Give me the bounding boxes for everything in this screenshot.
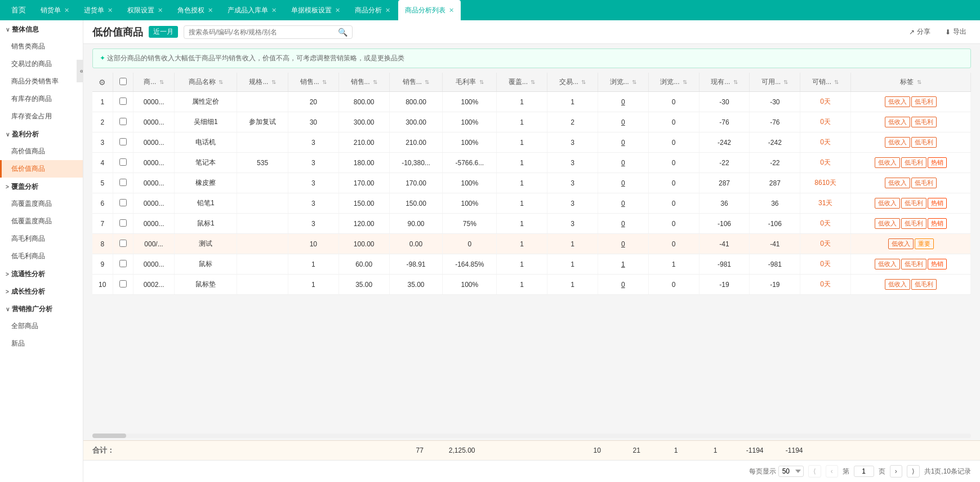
per-page-select[interactable]: 50 100 200: [778, 466, 804, 477]
sidebar-item-low-value[interactable]: 低价值商品: [0, 160, 83, 178]
column-browse1[interactable]: 浏览... ⇅: [598, 73, 648, 92]
select-all-checkbox[interactable]: [119, 78, 127, 85]
cell-sales1: 10: [288, 234, 338, 254]
nav-role-auth[interactable]: 角色授权 ✕: [171, 0, 220, 20]
column-salable[interactable]: 可销... ⇅: [800, 73, 851, 92]
column-current[interactable]: 现有... ⇅: [699, 73, 750, 92]
cell-name: 鼠标: [175, 254, 237, 275]
first-page-button[interactable]: ⟨: [808, 465, 821, 477]
sidebar-item-sales-products[interactable]: 销售类商品: [0, 38, 83, 55]
sidebar-item-new-products[interactable]: 新品: [0, 335, 83, 352]
nav-home[interactable]: 首页: [5, 0, 33, 20]
sidebar-item-stocked-products[interactable]: 有库存的商品: [0, 90, 83, 108]
gear-icon[interactable]: ⚙: [99, 78, 106, 87]
column-sales1[interactable]: 销售... ⇅: [288, 73, 338, 92]
row-checkbox[interactable]: [119, 179, 127, 186]
close-icon[interactable]: ✕: [158, 7, 163, 14]
column-gross-margin[interactable]: 毛利率 ⇅: [443, 73, 497, 92]
column-transaction[interactable]: 交易... ⇅: [547, 73, 598, 92]
close-icon[interactable]: ✕: [208, 7, 213, 14]
sidebar-item-low-coverage[interactable]: 低覆盖度商品: [0, 213, 83, 230]
horizontal-scrollbar[interactable]: [92, 434, 971, 438]
sidebar-section-liquidity[interactable]: > 流通性分析: [0, 265, 83, 282]
sidebar-section-marketing[interactable]: ∨ 营销推广分析: [0, 300, 83, 317]
row-checkbox[interactable]: [119, 158, 127, 166]
tag-badge: 低毛利: [911, 279, 937, 290]
browse-link[interactable]: 0: [621, 118, 625, 126]
share-button[interactable]: ↗ 分享: [905, 25, 935, 39]
browse-link[interactable]: 0: [621, 179, 625, 187]
sidebar-item-category-sales-rate[interactable]: 商品分类销售率: [0, 73, 83, 90]
row-checkbox[interactable]: [119, 280, 127, 288]
column-sales3[interactable]: 销售... ⇅: [389, 73, 443, 92]
row-checkbox[interactable]: [119, 118, 127, 125]
close-icon[interactable]: ✕: [108, 7, 113, 14]
column-browse2[interactable]: 浏览... ⇅: [648, 73, 699, 92]
cell-coverage: 1: [497, 132, 547, 153]
tag-badge: 低毛利: [901, 259, 926, 269]
close-icon[interactable]: ✕: [335, 7, 340, 14]
row-checkbox[interactable]: [119, 98, 127, 105]
close-icon[interactable]: ✕: [385, 7, 390, 14]
column-spec[interactable]: 规格... ⇅: [237, 73, 288, 92]
sidebar-section-growth[interactable]: > 成长性分析: [0, 282, 83, 300]
column-sales2[interactable]: 销售... ⇅: [338, 73, 389, 92]
sidebar-section-overall[interactable]: ∨ 整体信息: [0, 20, 83, 38]
scrollbar-thumb[interactable]: [92, 434, 126, 438]
browse-link[interactable]: 0: [621, 98, 625, 106]
nav-product-analysis-list[interactable]: 商品分析列表 ✕: [398, 0, 461, 20]
sidebar-collapse-button[interactable]: «: [77, 60, 83, 82]
sidebar-item-low-margin[interactable]: 低毛利商品: [0, 247, 83, 265]
column-available[interactable]: 可用... ⇅: [750, 73, 800, 92]
sidebar-item-all-products[interactable]: 全部商品: [0, 317, 83, 335]
column-code[interactable]: 商... ⇅: [133, 73, 175, 92]
nav-template-settings[interactable]: 单据模板设置 ✕: [284, 0, 347, 20]
next-page-button[interactable]: ›: [890, 465, 902, 477]
sidebar-section-coverage[interactable]: > 覆盖分析: [0, 178, 83, 195]
search-input[interactable]: [189, 28, 335, 36]
browse-link[interactable]: 0: [621, 220, 625, 228]
nav-product-analysis[interactable]: 商品分析 ✕: [348, 0, 397, 20]
page-number-input[interactable]: [854, 466, 874, 477]
export-button[interactable]: ⬇ 导出: [941, 25, 971, 39]
row-checkbox[interactable]: [119, 138, 127, 145]
row-checkbox[interactable]: [119, 219, 127, 227]
browse-link[interactable]: 0: [621, 281, 625, 289]
sidebar-item-traded-products[interactable]: 交易过的商品: [0, 55, 83, 73]
nav-product-warehousing[interactable]: 产成品入库单 ✕: [221, 0, 283, 20]
close-icon[interactable]: ✕: [64, 7, 69, 14]
cell-days: 0天: [800, 234, 851, 254]
sidebar-item-high-coverage[interactable]: 高覆盖度商品: [0, 195, 83, 213]
cell-sales3: -10,380...: [389, 153, 443, 173]
prev-page-button[interactable]: ‹: [826, 465, 838, 477]
cell-spec: [237, 234, 288, 254]
column-gear[interactable]: ⚙: [92, 73, 113, 92]
column-coverage[interactable]: 覆盖... ⇅: [497, 73, 547, 92]
filter-recent-month-button[interactable]: 近一月: [149, 26, 178, 38]
browse-link[interactable]: 0: [621, 200, 625, 207]
search-icon[interactable]: 🔍: [338, 28, 348, 37]
last-page-button[interactable]: ⟩: [907, 465, 920, 477]
tag-badge: 低收入: [885, 178, 910, 188]
sidebar-item-inventory-funds[interactable]: 库存资金占用: [0, 108, 83, 125]
browse-link[interactable]: 0: [621, 159, 625, 167]
column-name[interactable]: 商品名称 ⇅: [175, 73, 237, 92]
row-checkbox[interactable]: [119, 260, 127, 267]
nav-purchase-order[interactable]: 进货单 ✕: [77, 0, 119, 20]
browse-link[interactable]: 0: [621, 139, 625, 147]
tag-badge: 低收入: [875, 198, 900, 209]
nav-permissions[interactable]: 权限设置 ✕: [121, 0, 170, 20]
row-checkbox[interactable]: [119, 199, 127, 206]
close-icon[interactable]: ✕: [271, 7, 277, 14]
column-tags[interactable]: 标签 ⇅: [851, 73, 971, 92]
sidebar-item-high-value[interactable]: 高价值商品: [0, 143, 83, 160]
content-header: 低价值商品 近一月 🔍 ↗ 分享 ⬇ 导出: [83, 20, 980, 44]
browse-link[interactable]: 1: [621, 260, 625, 268]
nav-sales-order[interactable]: 销货单 ✕: [34, 0, 76, 20]
cell-no: 8: [92, 234, 113, 254]
row-checkbox[interactable]: [119, 240, 127, 247]
sidebar-item-high-margin[interactable]: 高毛利商品: [0, 230, 83, 247]
sidebar-section-profit[interactable]: ∨ 盈利分析: [0, 125, 83, 143]
close-icon[interactable]: ✕: [449, 7, 454, 14]
browse-link[interactable]: 0: [621, 240, 625, 248]
